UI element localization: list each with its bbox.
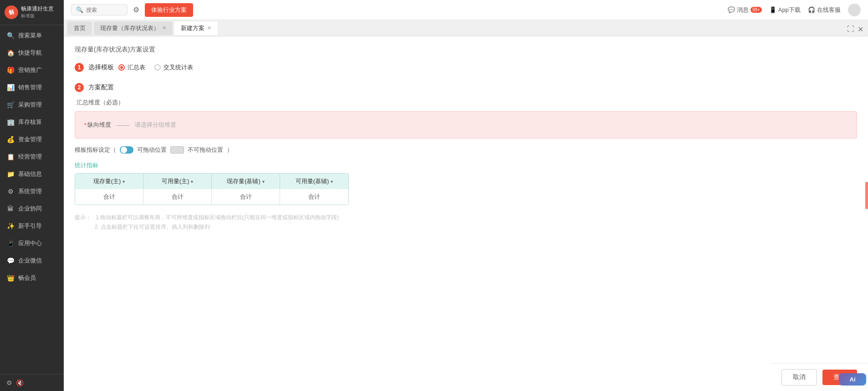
sidebar-item-icon-quick-nav: 🏠 [6,49,15,57]
non-draggable-label: 不可拖动位置 [188,146,223,154]
sidebar-item-label-basic-info: 基础信息 [18,170,42,178]
sidebar: 畅 畅康通好生意 标准版 🔍 搜索菜单 🏠 快捷导航 🎁 营销推广 📊 销售管理… [0,0,64,391]
sidebar-item-new-guide[interactable]: ✨ 新手引导 [0,217,64,235]
sidebar-item-label-marketing: 营销推广 [18,66,42,74]
cancel-button[interactable]: 取消 [781,369,817,386]
radio-dot-cross [154,64,161,71]
draggable-label: 可拖动位置 [137,146,167,154]
sidebar-item-label-sales-mgmt: 销售管理 [18,83,42,92]
app-download-item[interactable]: 📱 App下载 [769,6,801,14]
step1-section: 1 选择模板 汇总表 交叉统计表 [75,63,857,72]
gear-icon[interactable]: ⚙ [133,5,139,14]
sidebar-item-label-search-menu: 搜索菜单 [18,31,42,40]
tips-section: 提示： 1.拖动标题栏可以调整布局，不可跨维度或指标区域拖动栏目(只能在同一维度… [75,214,857,231]
stats-table-header: 现存量(主)▾可用量(主)▾现存量(基辅)▾可用量(基辅)▾ [75,174,348,189]
stats-col-header-label-2: 现存量(基辅) [227,177,260,185]
scroll-indicator [865,182,868,209]
sidebar-logo: 畅 畅康通好生意 标准版 [0,0,64,25]
draggable-toggle[interactable] [120,146,133,154]
sidebar-item-enterprise-wechat[interactable]: 💬 企业微信 [0,252,64,269]
sidebar-item-inventory[interactable]: 🏢 库存核算 [0,113,64,131]
settings-icon[interactable]: ⚙ [6,379,12,386]
chevron-down-icon-2: ▾ [262,179,265,184]
tab-label-inventory-status: 现存量（库存状况表） [100,24,159,32]
search-input[interactable] [86,7,123,13]
indicator-suffix: ） [227,146,233,154]
sidebar-item-icon-app-center: 📱 [6,239,15,247]
step1-title: 选择模板 [88,63,114,72]
sidebar-item-label-sys-mgmt: 系统管理 [18,187,42,196]
topbar-right: 💬 消息 99+ 📱 App下载 🎧 在线客服 [728,4,861,16]
tab-inventory-status[interactable]: 现存量（库存状况表）✕ [94,21,173,35]
sidebar-item-vip[interactable]: 👑 畅会员 [0,269,64,287]
audio-icon[interactable]: 🔇 [16,379,24,386]
dimension-placeholder: 请选择分组维度 [135,121,176,129]
sidebar-item-biz-mgmt[interactable]: 📋 经营管理 [0,148,64,165]
sidebar-item-label-finance: 资金管理 [18,135,42,144]
indicator-label: 模板指标设定（ [75,146,116,154]
search-box[interactable]: 🔍 [71,4,128,15]
user-avatar[interactable] [848,4,861,16]
close-panel-button[interactable]: ✕ [858,25,863,34]
sidebar-item-finance[interactable]: 💰 资金管理 [0,131,64,148]
sidebar-item-basic-info[interactable]: 📁 基础信息 [0,165,64,183]
sidebar-item-sys-mgmt[interactable]: ⚙ 系统管理 [0,183,64,200]
sidebar-item-icon-search-menu: 🔍 [6,31,15,40]
sidebar-item-purchase-mgmt[interactable]: 🛒 采购管理 [0,96,64,113]
radio-dot-summary [118,64,125,71]
content-inner: 现存量(库存状况表)方案设置 1 选择模板 汇总表 交叉统计表 2 方案配置 [64,36,868,391]
dimension-area[interactable]: * 纵向维度 —— 请选择分组维度 [75,111,857,139]
stats-col-header-1[interactable]: 可用量(主)▾ [143,174,212,189]
try-industry-button[interactable]: 体验行业方案 [145,3,193,17]
chevron-down-icon-1: ▾ [191,179,193,184]
stats-col-header-label-1: 可用量(主) [162,177,189,185]
sidebar-footer: ⚙ 🔇 [0,374,64,391]
chevron-down-icon-3: ▾ [331,179,333,184]
sidebar-item-icon-enterprise: 🏛 [6,205,15,213]
sidebar-item-icon-biz-mgmt: 📋 [6,153,15,161]
sidebar-item-icon-sales-mgmt: 📊 [6,83,15,92]
tab-close-new-plan[interactable]: ✕ [207,25,211,31]
sidebar-item-icon-sys-mgmt: ⚙ [6,187,15,196]
radio-option-cross[interactable]: 交叉统计表 [154,63,193,72]
stats-col-header-label-0: 现存量(主) [93,177,121,185]
stats-col-header-2[interactable]: 现存量(基辅)▾ [212,174,280,189]
sidebar-item-icon-basic-info: 📁 [6,170,15,178]
step1-header: 1 选择模板 汇总表 交叉统计表 [75,63,857,72]
dimension-label: 纵向维度 [87,121,111,129]
messages-item[interactable]: 💬 消息 99+ [728,6,762,14]
sidebar-item-label-vip: 畅会员 [18,274,36,282]
dimension-section-label: 汇总维度（必选） [77,98,857,107]
sidebar-item-search-menu[interactable]: 🔍 搜索菜单 [0,27,64,44]
sidebar-item-label-quick-nav: 快捷导航 [18,49,42,57]
ai-button[interactable]: Ai [839,373,866,386]
stats-col-header-0[interactable]: 现存量(主)▾ [75,174,143,189]
sidebar-item-icon-new-guide: ✨ [6,222,15,230]
sidebar-item-marketing[interactable]: 🎁 营销推广 [0,62,64,79]
sidebar-item-enterprise[interactable]: 🏛 企业协同 [0,200,64,217]
expand-panel-button[interactable]: ⛶ [847,25,854,33]
sidebar-item-icon-purchase-mgmt: 🛒 [6,101,15,109]
tabs-bar: 首页现存量（库存状况表）✕新建方案✕ [64,20,868,36]
stats-col-header-label-3: 可用量(基辅) [296,177,329,185]
content-area: 现存量(库存状况表)方案设置 1 选择模板 汇总表 交叉统计表 2 方案配置 [64,36,868,391]
radio-option-summary[interactable]: 汇总表 [118,63,145,72]
sidebar-item-icon-inventory: 🏢 [6,118,15,126]
step2-section: 2 方案配置 汇总维度（必选） * 纵向维度 —— 请选择分组维度 模板指标设定… [75,83,857,231]
app-name: 畅康通好生意 [21,5,54,13]
tab-new-plan[interactable]: 新建方案✕ [174,21,218,35]
tab-close-inventory-status[interactable]: ✕ [162,25,166,31]
tab-label-home: 首页 [74,24,86,32]
tab-home[interactable]: 首页 [67,21,92,35]
stats-table-body: 合计合计合计合计 [75,189,348,205]
sidebar-nav: 🔍 搜索菜单 🏠 快捷导航 🎁 营销推广 📊 销售管理 🛒 采购管理 🏢 库存核… [0,25,64,374]
sidebar-item-app-center[interactable]: 📱 应用中心 [0,235,64,252]
app-download-label: App下载 [778,6,801,14]
sidebar-item-quick-nav[interactable]: 🏠 快捷导航 [0,44,64,62]
online-service-item[interactable]: 🎧 在线客服 [808,6,841,14]
sidebar-item-sales-mgmt[interactable]: 📊 销售管理 [0,79,64,96]
stats-col-header-3[interactable]: 可用量(基辅)▾ [280,174,348,189]
sidebar-item-label-enterprise: 企业协同 [18,205,42,213]
messages-badge: 99+ [751,7,762,13]
messages-label: 消息 [737,6,749,14]
